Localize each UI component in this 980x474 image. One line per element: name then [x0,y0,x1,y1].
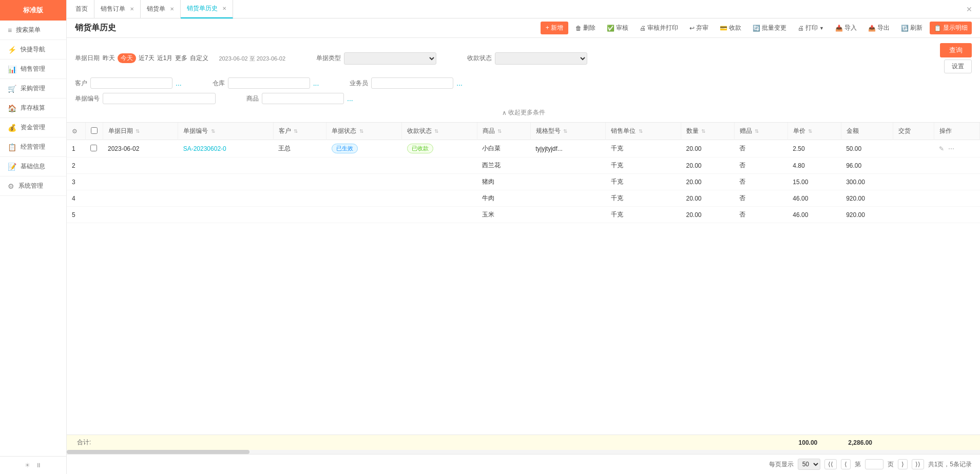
pagination: 每页显示 50 ⟨⟨ ⟨ 第 1 页 ⟩ ⟩⟩ 共1页，5条记录 [67,454,980,474]
export-icon: 📤 [868,25,876,32]
sort-sale-unit-icon: ⇅ [639,128,643,134]
col-goods[interactable]: 商品 ⇅ [477,123,530,140]
sidebar-item-ops-mgmt[interactable]: 📋 经营管理 [0,137,66,157]
close-sales-delivery-icon[interactable]: ✕ [170,6,174,12]
more-icon[interactable]: ⋯ [948,145,954,152]
sidebar-item-sales-mgmt[interactable]: 📊 销售管理 [0,60,66,79]
scrollbar-thumb[interactable] [67,450,249,454]
delete-button[interactable]: 🗑 删除 [571,22,600,34]
collect-status-badge: 已收款 [407,144,433,153]
date-label: 单据日期 [75,54,100,63]
sidebar-item-search-menu[interactable]: ≡ 搜索菜单 [0,21,66,40]
goods-input[interactable] [262,93,344,104]
audit-button[interactable]: ✅ 审核 [603,22,632,34]
new-button[interactable]: + 新增 [541,22,568,34]
cell-action [934,207,979,223]
cell-index: 1 [67,140,85,157]
sidebar-item-purchase-mgmt[interactable]: 🛒 采购管理 [0,79,66,98]
col-gift[interactable]: 赠品 ⇅ [734,123,787,140]
page-prev-btn[interactable]: ⟨ [841,459,851,469]
shortcut-today[interactable]: 今天 [118,53,136,63]
close-sales-history-icon[interactable]: ✕ [222,6,226,11]
sidebar-item-label: 系统管理 [18,182,43,190]
customer-dots-icon[interactable]: ... [176,79,182,87]
export-button[interactable]: 📤 导出 [864,22,894,34]
col-gear[interactable]: ⚙ [67,123,85,140]
page-last-btn[interactable]: ⟩⟩ [912,459,924,469]
date-shortcuts: 昨天 今天 近7天 近1月 更多 自定义 [103,53,208,63]
col-qty[interactable]: 数量 ⇅ [681,123,734,140]
page-next-btn[interactable]: ⟩ [898,459,908,469]
cell-doc-no [178,174,273,190]
shortcut-yesterday[interactable]: 昨天 [103,54,115,63]
col-doc-no[interactable]: 单据编号 ⇅ [178,123,273,140]
refresh-button[interactable]: 🔃 刷新 [897,22,927,34]
query-button[interactable]: 查询 [940,43,972,57]
col-doc-status[interactable]: 单据状态 ⇅ [326,123,402,140]
goods-dots-icon[interactable]: ... [347,94,353,103]
select-all-checkbox[interactable] [91,127,98,134]
collapse-button[interactable]: ∧ 收起更多条件 [502,108,545,117]
tab-bar: 首页 销售订单 ✕ 销货单 ✕ 销货单历史 ✕ ✕ [67,0,980,18]
doc-no-input[interactable] [103,93,216,104]
filter-row-1: 单据日期 昨天 今天 近7天 近1月 更多 自定义 2023-06-02 至 2… [75,43,972,73]
row-checkbox[interactable] [90,145,97,151]
per-page-select[interactable]: 50 [798,459,820,470]
customer-input[interactable] [90,77,172,89]
edit-icon[interactable]: ✎ [939,145,944,152]
table-row: 5 玉米 千克 20.00 否 46.00 920.00 [67,207,980,223]
tab-sales-delivery[interactable]: 销货单 ✕ [141,0,181,18]
sidebar-item-quick-nav[interactable]: ⚡ 快捷导航 [0,40,66,60]
sidebar-item-label: 基础信息 [21,162,45,171]
salesperson-input[interactable] [371,77,453,89]
sidebar-item-label: 销售管理 [21,65,45,73]
shortcut-7days[interactable]: 近7天 [139,54,155,63]
sort-spec-icon: ⇅ [563,128,567,134]
collect-button[interactable]: 💳 收款 [716,22,745,34]
sort-qty-icon: ⇅ [701,128,705,134]
doc-type-select[interactable] [344,52,436,65]
shortcut-custom[interactable]: 自定义 [190,54,208,63]
col-customer[interactable]: 客户 ⇅ [273,123,326,140]
col-unit-price[interactable]: 单价 ⇅ [787,123,841,140]
col-collect-status[interactable]: 收款状态 ⇅ [402,123,477,140]
salesperson-dots-icon[interactable]: ... [456,79,463,87]
horizontal-scrollbar[interactable] [67,450,980,454]
cell-collect-status: 已收款 [402,140,477,157]
col-sale-unit[interactable]: 销售单位 ⇅ [606,123,681,140]
sidebar-bottom-icon2[interactable]: ⏸ [35,462,42,469]
sidebar-item-basic-info[interactable]: 📝 基础信息 [0,157,66,176]
cell-amount: 50.00 [841,140,893,157]
sidebar-item-label: 经营管理 [21,143,45,151]
audit-print-button[interactable]: 🖨 审核并打印 [636,22,682,34]
print-button[interactable]: 🖨 打印 ▼ [794,22,828,34]
tab-bar-close-btn[interactable]: ✕ [961,5,977,13]
sidebar-bottom-icon1[interactable]: ☀ [25,462,30,469]
warehouse-dots-icon[interactable]: ... [313,79,319,87]
import-button[interactable]: 📥 导入 [831,22,861,34]
tab-sales-history[interactable]: 销货单历史 ✕ [181,0,233,18]
display-detail-button[interactable]: 📋 显示明细 [930,22,972,34]
discard-button[interactable]: ↩ 弃审 [685,22,713,34]
page-first-btn[interactable]: ⟨⟨ [824,459,837,469]
shortcut-more[interactable]: 更多 [175,54,187,63]
col-doc-date[interactable]: 单据日期 ⇅ [103,123,178,140]
shortcut-1month[interactable]: 近1月 [157,54,173,63]
sidebar-item-finance[interactable]: 💰 资金管理 [0,118,66,137]
page-number-input[interactable]: 1 [865,459,883,469]
cell-sale-unit: 千克 [606,157,681,174]
tab-home[interactable]: 首页 [69,0,94,18]
settings-button[interactable]: 设置 [944,60,972,73]
tab-sales-order[interactable]: 销售订单 ✕ [94,0,141,18]
doc-no-link[interactable]: SA-20230602-0 [183,145,226,152]
col-spec[interactable]: 规格型号 ⇅ [530,123,606,140]
cell-checkbox [85,190,103,207]
warehouse-input[interactable] [228,77,310,89]
sidebar-item-inventory[interactable]: 🏠 库存核算 [0,98,66,118]
collect-status-select[interactable] [495,52,587,65]
sidebar-item-sys-mgmt[interactable]: ⚙ 系统管理 [0,176,66,196]
audit-icon: ✅ [607,25,614,32]
close-sales-order-icon[interactable]: ✕ [130,6,134,12]
gear-icon[interactable]: ⚙ [72,128,78,135]
batch-change-button[interactable]: 🔄 批量变更 [748,22,791,34]
